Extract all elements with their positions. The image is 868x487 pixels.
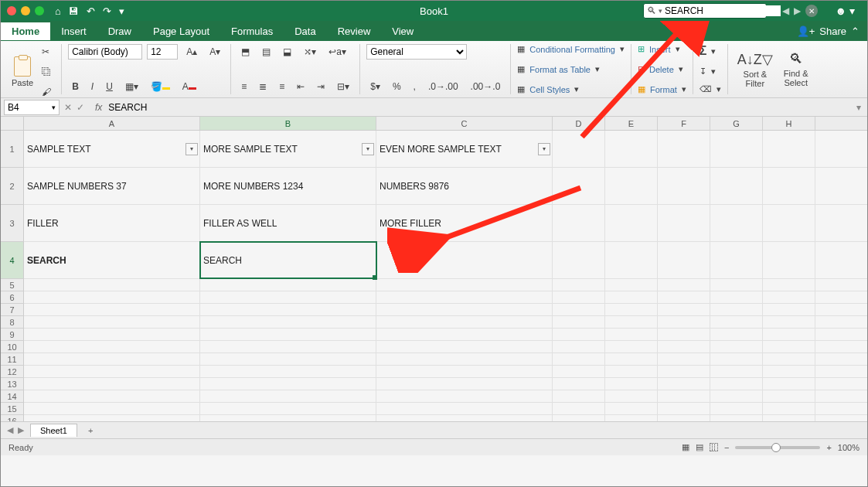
cell-C12[interactable] — [376, 366, 553, 377]
cell-B10[interactable] — [200, 341, 376, 352]
font-color-button[interactable]: A — [179, 79, 200, 94]
cut-icon[interactable]: ✂︎ — [38, 44, 55, 60]
cell-B1[interactable]: MORE SAMPLE TEXT▾ — [200, 131, 376, 167]
copy-icon[interactable]: ⿻ — [38, 64, 55, 80]
search-prev-icon[interactable]: ◀ — [782, 5, 789, 16]
cell-B7[interactable] — [200, 304, 376, 315]
cell-G9[interactable] — [710, 329, 763, 340]
cell-A10[interactable] — [24, 341, 200, 352]
bold-button[interactable]: B — [68, 79, 83, 94]
cell-G3[interactable] — [710, 205, 763, 241]
cell-B15[interactable] — [200, 403, 376, 414]
cell-B16[interactable] — [200, 415, 376, 421]
cell-A3[interactable]: FILLER — [24, 205, 200, 241]
search-input[interactable] — [665, 5, 781, 16]
row-header-14[interactable]: 14 — [1, 390, 24, 403]
cell-E16[interactable] — [605, 415, 658, 421]
normal-view-icon[interactable]: ▦ — [682, 442, 689, 452]
qat-customize-icon[interactable]: ▾ — [119, 5, 124, 17]
enter-formula-icon[interactable]: ✓ — [77, 102, 84, 113]
paste-button[interactable]: Paste — [12, 56, 33, 87]
cell-F9[interactable] — [658, 329, 710, 340]
cell-F7[interactable] — [658, 304, 710, 315]
column-header-B[interactable]: B — [200, 117, 376, 130]
search-next-icon[interactable]: ▶ — [794, 5, 801, 16]
comma-icon[interactable]: , — [410, 79, 420, 94]
cell-D8[interactable] — [553, 316, 605, 328]
cell-B13[interactable] — [200, 378, 376, 390]
home-icon[interactable]: ⌂ — [55, 5, 61, 17]
page-break-view-icon[interactable]: ⿲ — [710, 443, 718, 452]
cell-G16[interactable] — [710, 415, 763, 421]
cell-E12[interactable] — [605, 366, 658, 377]
row-header-10[interactable]: 10 — [1, 341, 24, 353]
cell-E10[interactable] — [605, 341, 658, 352]
sheet-prev-icon[interactable]: ◀ — [7, 425, 13, 435]
cell-F3[interactable] — [658, 205, 710, 241]
fill-color-button[interactable]: 🪣 — [147, 79, 174, 94]
cell-A15[interactable] — [24, 403, 200, 414]
cell-A9[interactable] — [24, 329, 200, 340]
cell-H6[interactable] — [763, 291, 815, 303]
cell-G14[interactable] — [710, 390, 763, 402]
tab-home[interactable]: Home — [1, 22, 50, 40]
filter-button-A[interactable]: ▾ — [186, 143, 198, 155]
row-header-3[interactable]: 3 — [1, 205, 24, 242]
cell-B8[interactable] — [200, 316, 376, 328]
column-header-G[interactable]: G — [710, 117, 763, 130]
cell-D5[interactable] — [553, 279, 605, 291]
cell-E9[interactable] — [605, 329, 658, 340]
name-box-dropdown-icon[interactable]: ▾ — [52, 104, 56, 111]
tab-data[interactable]: Data — [284, 22, 326, 40]
cell-B5[interactable] — [200, 279, 376, 291]
tab-review[interactable]: Review — [327, 22, 382, 40]
cell-A5[interactable] — [24, 279, 200, 291]
row-header-8[interactable]: 8 — [1, 316, 24, 329]
column-header-H[interactable]: H — [763, 117, 815, 130]
row-header-5[interactable]: 5 — [1, 279, 24, 291]
cell-A13[interactable] — [24, 378, 200, 390]
cell-E4[interactable] — [605, 242, 658, 278]
row-header-2[interactable]: 2 — [1, 168, 24, 205]
cell-G6[interactable] — [710, 291, 763, 303]
merge-center-icon[interactable]: ⊟▾ — [333, 79, 353, 94]
cell-A8[interactable] — [24, 316, 200, 328]
cell-E7[interactable] — [605, 304, 658, 315]
cell-H1[interactable] — [763, 131, 815, 167]
cell-F14[interactable] — [658, 390, 710, 402]
row-header-15[interactable]: 15 — [1, 403, 24, 415]
cell-D9[interactable] — [553, 329, 605, 340]
cell-F6[interactable] — [658, 291, 710, 303]
cell-B14[interactable] — [200, 390, 376, 402]
border-button[interactable]: ▦▾ — [121, 79, 142, 94]
increase-decimal-icon[interactable]: .0→.00 — [424, 79, 462, 94]
row-header-12[interactable]: 12 — [1, 366, 24, 378]
cell-H12[interactable] — [763, 366, 815, 377]
cell-E14[interactable] — [605, 390, 658, 402]
cell-G10[interactable] — [710, 341, 763, 352]
cell-D7[interactable] — [553, 304, 605, 315]
cell-D11[interactable] — [553, 353, 605, 365]
cell-G5[interactable] — [710, 279, 763, 291]
row-header-9[interactable]: 9 — [1, 329, 24, 341]
account-icon[interactable]: ☻ ▾ — [835, 5, 855, 17]
cell-E3[interactable] — [605, 205, 658, 241]
cell-C14[interactable] — [376, 390, 553, 402]
cell-A12[interactable] — [24, 366, 200, 377]
align-left-icon[interactable]: ≡ — [237, 79, 250, 94]
cell-H14[interactable] — [763, 390, 815, 402]
cell-H2[interactable] — [763, 168, 815, 204]
cell-C15[interactable] — [376, 403, 553, 414]
wrap-text-icon[interactable]: ↩a▾ — [325, 44, 350, 60]
cell-C7[interactable] — [376, 304, 553, 315]
zoom-level[interactable]: 100% — [838, 443, 859, 452]
cell-A11[interactable] — [24, 353, 200, 365]
cell-A4[interactable]: SEARCH — [24, 242, 200, 278]
cell-B6[interactable] — [200, 291, 376, 303]
format-painter-icon[interactable]: 🖌︎ — [38, 84, 55, 100]
row-header-11[interactable]: 11 — [1, 353, 24, 366]
increase-font-icon[interactable]: A▴ — [182, 44, 201, 60]
tab-pagelayout[interactable]: Page Layout — [142, 22, 220, 40]
collapse-ribbon-icon[interactable]: ⌃ — [851, 26, 859, 37]
cell-H15[interactable] — [763, 403, 815, 414]
